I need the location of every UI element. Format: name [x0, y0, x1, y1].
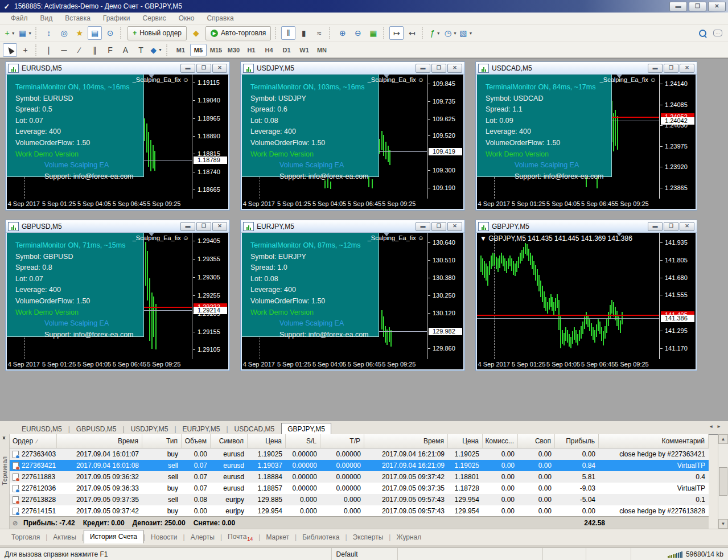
column-header-Тип[interactable]: Тип: [142, 434, 182, 448]
tab-scroll-arrows[interactable]: ◄►: [709, 424, 725, 429]
trendline-button[interactable]: ∕: [72, 43, 87, 57]
close-button[interactable]: ✕: [708, 2, 726, 11]
arrows-button[interactable]: ◆▼: [149, 43, 163, 57]
chart-bars-button[interactable]: ‖: [281, 26, 295, 40]
column-header-SL[interactable]: S/L: [286, 434, 320, 448]
data-window-button[interactable]: ◎: [57, 26, 71, 40]
chart-candles-button[interactable]: ▮: [297, 26, 311, 40]
scroll-up-icon[interactable]: ▲: [718, 434, 728, 444]
chart-minimize-button[interactable]: ▬: [648, 222, 663, 231]
terminal-tab-История Счета[interactable]: История Счета: [84, 530, 143, 543]
new-chart-button[interactable]: +▼: [3, 26, 17, 40]
column-header-TP[interactable]: T/P: [320, 434, 364, 448]
table-scrollbar[interactable]: ▲ ▼: [718, 434, 728, 529]
community-chat-icon[interactable]: …: [713, 30, 722, 36]
text-button[interactable]: A: [118, 43, 133, 57]
hline-button[interactable]: ─: [57, 43, 71, 57]
channel-button[interactable]: ∥: [88, 43, 102, 57]
menu-item-Справка[interactable]: Справка: [201, 14, 240, 22]
column-header-Комисс[interactable]: Комисс...: [483, 434, 518, 448]
periods-button[interactable]: ◷▼: [443, 26, 458, 40]
chart-plot[interactable]: ▼TerminalMonitor ON, 104ms, ~16msSymbol:…: [7, 75, 192, 199]
autotrading-button[interactable]: ▶Авто-торговля: [205, 26, 271, 40]
column-header-Ордер[interactable]: Ордер∕: [9, 434, 57, 448]
chart-line-button[interactable]: ≈: [312, 26, 326, 40]
menu-item-Окно[interactable]: Окно: [172, 14, 201, 22]
menu-item-Вид[interactable]: Вид: [34, 14, 59, 22]
search-icon[interactable]: [699, 30, 706, 37]
table-row[interactable]: 2276120362017.09.05 09:36:33buy0.07eurus…: [9, 483, 709, 494]
chart-tab-GBPJPY,M5[interactable]: GBPJPY,M5: [281, 423, 331, 435]
chart-tab-EURJPY,M5[interactable]: EURJPY,M5: [177, 423, 226, 434]
vline-button[interactable]: |: [42, 43, 56, 57]
table-row[interactable]: 2273634212017.09.04 16:01:08sell0.07euru…: [9, 460, 709, 471]
chart-plot[interactable]: ▼ GBPJPY,M5 141.435 141.445 141.369 141.…: [477, 233, 660, 360]
menu-item-Файл[interactable]: Файл: [5, 14, 34, 22]
table-row[interactable]: 2276118832017.09.05 09:36:32sell0.07euru…: [9, 471, 709, 483]
chart-tab-USDJPY,M5[interactable]: USDJPY,M5: [125, 423, 174, 434]
templates-button[interactable]: ▧▼: [459, 26, 473, 40]
new-order-button[interactable]: +Новый ордер: [127, 26, 187, 40]
restore-button[interactable]: ❐: [689, 2, 706, 11]
column-header-Символ[interactable]: Символ: [211, 434, 248, 448]
timeframe-W1[interactable]: W1: [296, 44, 312, 56]
menu-item-Вставка[interactable]: Вставка: [59, 14, 97, 22]
column-header-Время[interactable]: Время: [57, 434, 142, 448]
timeframe-MN[interactable]: MN: [314, 44, 330, 56]
column-header-Цена[interactable]: Цена: [248, 434, 286, 448]
chart-tab-GBPUSD,M5[interactable]: GBPUSD,M5: [71, 423, 122, 434]
tile-windows-button[interactable]: ▦: [366, 26, 380, 40]
terminal-tab-Библиотека[interactable]: Библиотека: [297, 531, 345, 543]
zoom-out-button[interactable]: ⊖: [351, 26, 365, 40]
terminal-button[interactable]: ▤: [88, 26, 102, 40]
label-button[interactable]: T: [134, 43, 148, 57]
chart-restore-button[interactable]: ❐: [664, 222, 678, 231]
column-header-Комментарий[interactable]: Комментарий: [599, 434, 709, 448]
chart-tab-USDCAD,M5[interactable]: USDCAD,M5: [229, 423, 281, 434]
terminal-tab-Журнал[interactable]: Журнал: [390, 531, 427, 543]
market-watch-button[interactable]: ↕: [42, 26, 56, 40]
chart-close-button[interactable]: ✕: [447, 64, 462, 73]
chart-minimize-button[interactable]: ▬: [180, 222, 195, 231]
timeframe-M30[interactable]: M30: [225, 44, 242, 56]
chart-tab-EURUSD,M5[interactable]: EURUSD,M5: [16, 423, 68, 434]
indicators-button[interactable]: ƒ▼: [428, 26, 442, 40]
chart-plot[interactable]: ▼TerminalMonitor ON, 103ms, ~16msSymbol:…: [242, 75, 427, 199]
menu-item-Графики[interactable]: Графики: [97, 14, 137, 22]
chart-minimize-button[interactable]: ▬: [180, 64, 195, 73]
chart-close-button[interactable]: ✕: [212, 64, 227, 73]
column-header-Прибыль[interactable]: Прибыль: [555, 434, 599, 448]
chart-restore-button[interactable]: ❐: [431, 64, 446, 73]
timeframe-M5[interactable]: M5: [190, 44, 207, 56]
chart-restore-button[interactable]: ❐: [196, 64, 211, 73]
timeframe-H1[interactable]: H1: [243, 44, 260, 56]
metaeditor-button[interactable]: ◆: [189, 26, 203, 40]
scrollbar-thumb[interactable]: [719, 467, 727, 496]
terminal-tab-Почта[interactable]: Почта14: [222, 530, 258, 544]
chart-plot[interactable]: ▼TerminalMonitor ON, 84ms, ~17msSymbol: …: [477, 75, 660, 199]
column-header-Своп[interactable]: Своп: [518, 434, 555, 448]
zoom-in-button[interactable]: ⊕: [335, 26, 349, 40]
navigator-button[interactable]: ★: [72, 26, 87, 40]
terminal-tab-Маркет[interactable]: Маркет: [260, 531, 295, 543]
chart-shift-button[interactable]: ↤: [405, 26, 419, 40]
timeframe-M1[interactable]: M1: [172, 44, 189, 56]
timeframe-D1[interactable]: D1: [278, 44, 295, 56]
timeframe-M15[interactable]: M15: [208, 44, 224, 56]
chart-minimize-button[interactable]: ▬: [648, 64, 663, 73]
minimize-button[interactable]: ▬: [669, 2, 687, 11]
chart-plot[interactable]: ▼TerminalMonitor ON, 87ms, ~12msSymbol: …: [242, 233, 427, 360]
crosshair-button[interactable]: +: [18, 43, 32, 57]
terminal-close-icon[interactable]: x: [0, 434, 8, 442]
table-row[interactable]: 2276138282017.09.05 09:37:35sell0.08eurj…: [9, 494, 709, 505]
menu-item-Сервис[interactable]: Сервис: [137, 14, 172, 22]
chart-close-button[interactable]: ✕: [212, 222, 227, 231]
fibonacci-button[interactable]: F: [103, 43, 117, 57]
terminal-tab-Активы[interactable]: Активы: [47, 531, 82, 543]
terminal-tab-Алерты[interactable]: Алерты: [185, 531, 220, 543]
chart-restore-button[interactable]: ❐: [196, 222, 211, 231]
profiles-button[interactable]: ▦▼: [18, 26, 32, 40]
terminal-tab-Торговля[interactable]: Торговля: [6, 531, 46, 543]
timeframe-H4[interactable]: H4: [261, 44, 277, 56]
terminal-tab-Новости[interactable]: Новости: [145, 531, 183, 543]
